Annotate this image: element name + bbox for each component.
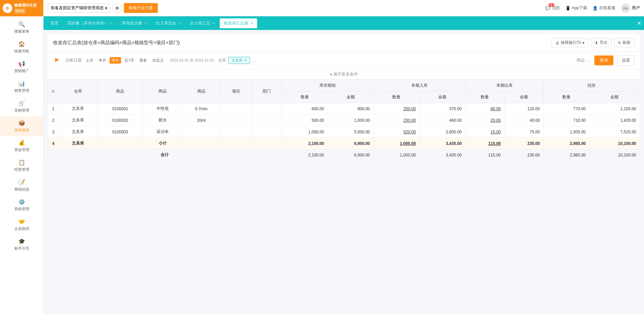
cell-index: 2 [48, 115, 59, 126]
page-header: 收发存汇总表(按仓库+商品编码+商品+规格型号+项目+部门) 🖨 按模板打印 ▾… [48, 34, 640, 52]
total-bal-amt: 10,100.00 [589, 149, 640, 161]
date-btn-更多[interactable]: 更多 [137, 57, 149, 64]
sidebar-item-finance[interactable]: 💰资金管理 [0, 136, 43, 156]
tab-stock-dist[interactable]: 现存量（库存分布表）✕ [63, 18, 117, 28]
table-row: 1 文具库 0100001 中性笔 0.7mm 600.00 900.00 25… [48, 103, 640, 115]
tab-close-stock-dist[interactable]: ✕ [110, 21, 113, 25]
sidebar-item-guide[interactable]: 🎓新手引导 [0, 235, 43, 254]
sidebar-item-inventory[interactable]: 📦库存核算 [0, 116, 43, 136]
sidebar-label-purchase: 采购管理 [14, 108, 29, 113]
cell-dept [251, 126, 282, 138]
tabs-close-all[interactable]: ✕ [637, 20, 641, 27]
cell-out-qty[interactable]: 15.00 [465, 126, 505, 138]
export-icon: ⬇ [595, 40, 598, 45]
finance-icon: 💰 [18, 139, 25, 146]
export-btn[interactable]: ⬇ 导出 [591, 38, 611, 47]
sidebar-nav: 🔍搜索菜单🏠快捷导航📢营销推广📊销售管理🛒采购管理📦库存核算💰资金管理📋经营管理… [0, 16, 43, 314]
expand-label: 展开更多条件 [333, 71, 358, 77]
tab-close-batch[interactable]: ✕ [144, 21, 147, 25]
cell-bal-amt: 1,420.00 [589, 115, 640, 126]
app-download-btn[interactable]: 📱 App下载 [565, 5, 587, 11]
operations-icon: 📋 [18, 159, 25, 166]
tab-inout-summary[interactable]: 出入库汇总✕ [186, 18, 219, 28]
sidebar-item-marketing[interactable]: 📢营销推广 [0, 57, 43, 77]
th-code: 商品 [97, 80, 143, 103]
cell-in-qty[interactable]: 250.00 [374, 103, 419, 115]
date-shortcuts: 上月本月本年近7天更多自定义 [84, 57, 166, 64]
tab-close-inout-flow[interactable]: ✕ [178, 21, 181, 25]
date-btn-本年[interactable]: 本年 [110, 57, 121, 64]
online-service-btn[interactable]: 👤 在线客服 [593, 5, 615, 11]
date-btn-上月[interactable]: 上月 [84, 57, 95, 64]
cell-bal-amt: 7,525.00 [589, 126, 640, 138]
th-bal-amt: 金额 [589, 92, 640, 103]
tab-batch[interactable]: 库存批次账✕ [118, 18, 151, 28]
message-badge: 6 [549, 3, 554, 7]
sidebar-item-search[interactable]: 🔍搜索菜单 [0, 18, 43, 37]
quick-nav-icon: 🏠 [18, 41, 25, 47]
sidebar-label-search: 搜索菜单 [14, 29, 29, 34]
sidebar-label-quick-nav: 快捷导航 [14, 49, 29, 54]
cell-in-qty[interactable]: 230.00 [374, 115, 419, 126]
refresh-label: 刷新 [623, 40, 631, 46]
set-btn[interactable]: 设置 [617, 55, 634, 66]
total-open-amt: 6,900.00 [328, 149, 374, 161]
date-btn-本月[interactable]: 本月 [97, 57, 108, 64]
trial-btn[interactable]: 体验行业方案 [124, 3, 158, 13]
sidebar-item-base-info[interactable]: 📝基础信息 [0, 176, 43, 195]
tab-label-home: 首页 [50, 20, 59, 26]
date-btn-近7天[interactable]: 近7天 [122, 57, 136, 64]
tab-inout-flow[interactable]: 出入库流水✕ [152, 18, 185, 28]
tab-home[interactable]: 首页 [46, 18, 63, 28]
th-in-qty: 数量 [374, 92, 419, 103]
cell-out-qty[interactable]: 80.00 [465, 103, 505, 115]
th-spec: 商品 [182, 80, 221, 103]
sidebar-label-sales: 销售管理 [14, 88, 29, 93]
tab-close-inout-summary[interactable]: ✕ [212, 21, 215, 25]
refresh-btn[interactable]: ↻ 刷新 [614, 38, 634, 47]
cell-code: 0100002 [97, 115, 143, 126]
cell-bal-amt: 1,155.00 [589, 103, 640, 115]
cell-in-qty[interactable]: 520.00 [374, 126, 419, 138]
system-dropdown-icon: ▾ [105, 6, 107, 11]
marketing-icon: 📢 [18, 61, 25, 67]
tab-close-recv-send[interactable]: ✕ [250, 21, 253, 25]
cell-project [221, 115, 251, 126]
cell-code [97, 138, 143, 149]
cell-index: 4 [48, 138, 59, 149]
sidebar-item-purchase[interactable]: 🛒采购管理 [0, 97, 43, 116]
warehouse-more[interactable]: ... [252, 58, 255, 63]
cell-warehouse: 文具库 [59, 138, 97, 149]
page-content: 收发存汇总表(按仓库+商品编码+商品+规格型号+项目+部门) 🖨 按模板打印 ▾… [44, 30, 644, 314]
settings-btn[interactable]: ⚙ [113, 4, 121, 12]
warehouse-tag-close[interactable]: ✕ [244, 58, 247, 63]
sidebar-item-cooperation[interactable]: 🤝企业协同 [0, 215, 43, 235]
cell-open-amt: 900.00 [328, 103, 374, 115]
export-label: 导出 [599, 40, 608, 46]
sidebar-item-sales[interactable]: 📊销售管理 [0, 77, 43, 97]
sidebar-item-operations[interactable]: 📋经营管理 [0, 156, 43, 176]
tabs-bar: 首页现存量（库存分布表）✕库存批次账✕出入库流水✕出入库汇总✕收发存汇总表✕✕ [44, 16, 644, 30]
expand-btn[interactable]: ▾ 展开更多条件 [330, 71, 358, 77]
total-label: 合计 [48, 149, 282, 161]
tab-recv-send[interactable]: 收发存汇总表✕ [220, 18, 257, 28]
service-label: 在线客服 [599, 5, 615, 11]
sales-icon: 📊 [18, 80, 25, 87]
sidebar-item-system[interactable]: ⚙️系统管理 [0, 195, 43, 215]
messages-btn[interactable]: 💬 消息 6 [545, 5, 560, 11]
date-btn-自定义[interactable]: 自定义 [150, 57, 166, 64]
filter-toggle[interactable]: ▶ [53, 55, 61, 63]
base-info-icon: 📝 [18, 179, 25, 185]
system-select[interactable]: 装备及固定资产辅助管理系统 ▾ [48, 3, 110, 13]
goods-label: 商品 [577, 57, 585, 63]
cell-spec: 0.7mm [182, 103, 221, 115]
print-btn[interactable]: 🖨 按模板打印 ▾ [551, 38, 588, 47]
cell-dept [251, 138, 282, 149]
cell-out-qty[interactable]: 20.00 [465, 115, 505, 126]
column-settings-icon[interactable]: ⚙ [51, 89, 55, 94]
goods-more[interactable]: ... [587, 58, 590, 63]
cell-open-amt: 5,000.00 [328, 126, 374, 138]
query-btn[interactable]: 查询 [594, 55, 613, 65]
sidebar-item-quick-nav[interactable]: 🏠快捷导航 [0, 37, 43, 57]
user-menu[interactable]: Ea 用户 [621, 3, 640, 13]
